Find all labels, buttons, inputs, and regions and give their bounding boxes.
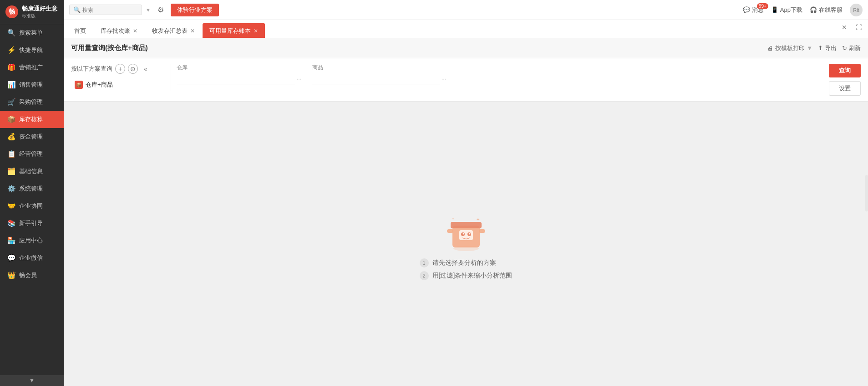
tab-home[interactable]: 首页 xyxy=(67,23,93,38)
topbar-search-box[interactable]: 🔍 xyxy=(69,5,142,15)
sidebar-item-wechat[interactable]: 💬 企业微信 xyxy=(0,249,64,267)
tab-batch-account[interactable]: 库存批次账 ✕ xyxy=(94,23,144,38)
sidebar-item-newbie[interactable]: 📚 新手引导 xyxy=(0,215,64,232)
sidebar: 畅 畅康通好生意 标准版 🔍 搜索菜单 ⚡ 快捷导航 🎁 营销推广 📊 销售管理… xyxy=(0,0,64,386)
inventory-icon: 📦 xyxy=(7,115,15,124)
schema-settings-button[interactable]: ⊙ xyxy=(128,64,138,74)
empty-hints: 1 请先选择要分析的方案 2 用[过滤]条件来缩小分析范围 xyxy=(420,258,513,280)
export-button[interactable]: ⬆ 导出 xyxy=(818,44,837,52)
print-button[interactable]: 🖨 按模板打印 ▼ xyxy=(767,44,812,52)
user-name: Rit xyxy=(853,7,859,13)
sidebar-item-appstore[interactable]: 🏪 应用中心 xyxy=(0,232,64,249)
sidebar-header: 畅 畅康通好生意 标准版 xyxy=(0,0,64,24)
schema-item-warehouse-goods[interactable]: 📦 仓库+商品 xyxy=(71,78,163,91)
sidebar-item-label: 基础信息 xyxy=(19,167,43,175)
goods-input[interactable] xyxy=(312,73,440,84)
purchase-icon: 🛒 xyxy=(7,98,15,106)
app-download-action[interactable]: 📱 App下载 xyxy=(771,6,802,14)
trial-button[interactable]: 体验行业方案 xyxy=(171,4,219,16)
sidebar-item-cooperation[interactable]: 🤝 企业协同 xyxy=(0,197,64,215)
query-button[interactable]: 查询 xyxy=(829,64,861,77)
settings-button[interactable]: 设置 xyxy=(829,81,861,96)
sidebar-item-member[interactable]: 👑 畅会员 xyxy=(0,267,64,284)
sidebar-item-sales[interactable]: 📊 销售管理 xyxy=(0,76,64,93)
sidebar-item-basic[interactable]: 🗂️ 基础信息 xyxy=(0,163,64,180)
warehouse-label: 仓库 xyxy=(177,64,301,72)
close-window-button[interactable]: ✕ xyxy=(839,22,850,33)
phone-icon: 📱 xyxy=(771,6,778,13)
tab-available-account[interactable]: 可用量库存账本 ✕ xyxy=(203,23,265,38)
svg-rect-8 xyxy=(447,229,453,233)
brand-sub: 标准版 xyxy=(22,13,57,19)
warehouse-input-group: ··· xyxy=(177,73,301,84)
message-icon: 💬 xyxy=(743,6,750,13)
system-icon: ⚙️ xyxy=(7,185,15,193)
refresh-button[interactable]: ↻ 刷新 xyxy=(842,44,861,52)
tab-receive-summary[interactable]: 收发存汇总表 ✕ xyxy=(145,23,202,38)
message-action[interactable]: 💬 消息 99+ xyxy=(743,6,764,14)
page-title: 可用量查询(按仓库+商品) xyxy=(71,44,767,52)
maximize-window-button[interactable]: ⛶ xyxy=(853,22,864,33)
online-service-label: 在线客服 xyxy=(819,6,843,14)
goods-more-button[interactable]: ··· xyxy=(442,76,446,82)
basic-icon: 🗂️ xyxy=(7,167,15,175)
topbar-divider: ▼ xyxy=(146,7,151,13)
sidebar-item-search[interactable]: 🔍 搜索菜单 xyxy=(0,24,64,41)
cooperation-icon: 🤝 xyxy=(7,202,15,210)
goods-field: 商品 ··· xyxy=(312,64,446,84)
appstore-icon: 🏪 xyxy=(7,237,15,245)
sidebar-item-finance[interactable]: 💰 资金管理 xyxy=(0,128,64,145)
hint-number-1: 1 xyxy=(420,258,429,268)
svg-point-6 xyxy=(462,233,464,235)
svg-rect-3 xyxy=(459,230,473,240)
online-service-action[interactable]: 🎧 在线客服 xyxy=(810,6,843,14)
topbar-actions: 💬 消息 99+ 📱 App下载 🎧 在线客服 Rit xyxy=(743,4,863,16)
operations-icon: 📋 xyxy=(7,150,15,158)
warehouse-input[interactable] xyxy=(177,73,295,84)
brand-name: 畅康通好生意 xyxy=(22,5,57,13)
search-icon: 🔍 xyxy=(73,6,81,13)
sidebar-item-label: 搜索菜单 xyxy=(19,29,43,37)
sidebar-item-inventory[interactable]: 📦 库存核算 xyxy=(0,111,64,128)
svg-text:✦: ✦ xyxy=(452,217,455,221)
refresh-icon: ↻ xyxy=(842,45,847,51)
filter-action-group: 查询 设置 xyxy=(822,64,861,96)
export-label: 导出 xyxy=(825,44,837,52)
search-icon: 🔍 xyxy=(7,29,15,37)
warehouse-more-button[interactable]: ··· xyxy=(297,76,301,82)
goods-input-group: ··· xyxy=(312,73,446,84)
hint-text-1: 请先选择要分析的方案 xyxy=(432,259,496,267)
user-menu[interactable]: Rit xyxy=(850,4,863,16)
member-icon: 👑 xyxy=(7,271,15,279)
tab-receive-summary-close[interactable]: ✕ xyxy=(190,28,195,34)
tabs-bar: 首页 库存批次账 ✕ 收发存汇总表 ✕ 可用量库存账本 ✕ ✕ ⛶ xyxy=(64,20,868,38)
tab-available-account-close[interactable]: ✕ xyxy=(254,28,258,34)
sidebar-item-label: 快捷导航 xyxy=(19,46,43,54)
print-icon: 🖨 xyxy=(767,45,773,51)
sidebar-item-label: 资金管理 xyxy=(19,133,43,141)
tab-receive-summary-label: 收发存汇总表 xyxy=(152,27,188,35)
sidebar-item-operations[interactable]: 📋 经营管理 xyxy=(0,145,64,163)
sidebar-item-purchase[interactable]: 🛒 采购管理 xyxy=(0,93,64,111)
sidebar-scroll-down[interactable]: ▼ xyxy=(0,375,64,386)
tab-batch-account-close[interactable]: ✕ xyxy=(133,28,137,34)
collapse-button[interactable]: « xyxy=(141,64,151,74)
sidebar-item-system[interactable]: ⚙️ 系统管理 xyxy=(0,180,64,197)
sidebar-item-marketing[interactable]: 🎁 营销推广 xyxy=(0,59,64,76)
hint-number-2: 2 xyxy=(420,271,429,280)
gear-button[interactable]: ⚙ xyxy=(154,4,167,16)
content-area: 按以下方案查询 + ⊙ « 📦 仓库+商品 仓库 ··· xyxy=(64,58,868,386)
filter-section-label: 按以下方案查询 xyxy=(71,65,112,73)
empty-hint-1: 1 请先选择要分析的方案 xyxy=(420,258,513,268)
sidebar-item-shortcut[interactable]: ⚡ 快捷导航 xyxy=(0,41,64,59)
filter-schema-header: 按以下方案查询 + ⊙ « xyxy=(71,64,163,74)
add-schema-button[interactable]: + xyxy=(115,64,125,74)
sidebar-nav: 🔍 搜索菜单 ⚡ 快捷导航 🎁 营销推广 📊 销售管理 🛒 采购管理 📦 库存核… xyxy=(0,24,64,375)
main-content: 🔍 ▼ ⚙ 体验行业方案 💬 消息 99+ 📱 App下载 🎧 在线客服 R xyxy=(64,0,868,386)
search-input[interactable] xyxy=(82,7,128,13)
empty-hint-2: 2 用[过滤]条件来缩小分析范围 xyxy=(420,271,513,280)
sidebar-item-label: 库存核算 xyxy=(19,115,43,124)
tab-batch-account-label: 库存批次账 xyxy=(101,27,130,35)
finance-icon: 💰 xyxy=(7,133,15,141)
sidebar-brand: 畅康通好生意 标准版 xyxy=(22,5,57,19)
